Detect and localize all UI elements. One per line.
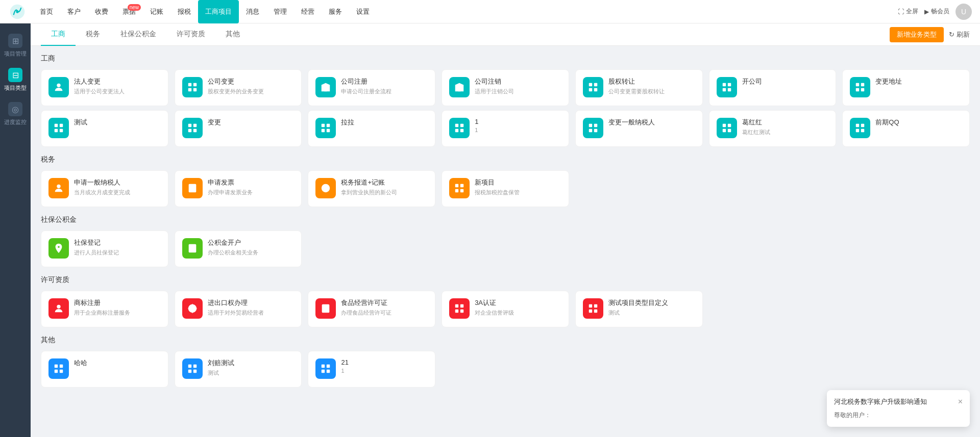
card-gehonghong[interactable]: 葛红红 葛红红测试 (709, 110, 837, 147)
nav-project[interactable]: 工商项目 (198, 0, 239, 23)
card-xin-xiangmu[interactable]: 新项目 报税加税控盘保管 (442, 170, 569, 207)
card-shebao-dengji[interactable]: 社保登记 进行人员社保登记 (41, 230, 168, 267)
card-shenqing-yiban[interactable]: 申请一般纳税人 当月或次月成变更完成 (41, 170, 168, 207)
card-text-gongsi-zhuxiao: 公司注销 适用于注销公司 (475, 77, 561, 95)
notification-body: 尊敬的用户： (834, 410, 963, 420)
card-text-3a-renzheng: 3A认证 对企业信誉评级 (475, 298, 561, 317)
refresh-button[interactable]: ↻ 刷新 (949, 30, 970, 39)
card-ceshi-xiangmu-leixing[interactable]: 测试项目类型目定义 测试 (575, 291, 703, 327)
card-text-kai-gongsi: 开公司 (742, 77, 829, 88)
svg-rect-73 (589, 310, 592, 313)
vip-btn[interactable]: ▶ 畅会员 (924, 7, 949, 16)
svg-rect-12 (594, 88, 597, 91)
card-lala[interactable]: 拉拉 (308, 110, 435, 147)
svg-rect-32 (327, 129, 330, 132)
card-qianqi-qq[interactable]: 前期QQ (842, 110, 970, 147)
card-gongsi-zhuxiao[interactable]: 公司注销 适用于注销公司 (442, 69, 569, 106)
card-shangbiao-zhuce[interactable]: 商标注册 用于企业商标注册服务 (41, 291, 168, 327)
svg-rect-19 (856, 88, 859, 91)
top-nav: 首页 客户 收费 票据 new 记账 报税 工商项目 消息 管理 经营 服务 设… (0, 0, 980, 23)
nav-account[interactable]: 记账 (143, 0, 170, 23)
sidebar-item-project-type[interactable]: ⊟ 项目类型 (0, 63, 31, 97)
refresh-icon: ↻ (949, 31, 954, 38)
card-gongsi-zhuce[interactable]: 公司注册 申请公司注册全流程 (308, 69, 435, 106)
card-biangeng[interactable]: 变更 (175, 110, 302, 147)
nav-tax[interactable]: 报税 (170, 0, 198, 23)
card-gongjijin-kaihui[interactable]: 公积金开户 办理公积金相关业务 (175, 230, 302, 267)
svg-rect-34 (460, 124, 463, 127)
card-one[interactable]: 1 1 (442, 110, 569, 147)
svg-rect-45 (856, 124, 859, 127)
project-type-icon: ⊟ (8, 68, 22, 82)
nav-business[interactable]: 经营 (294, 0, 322, 23)
nav-service[interactable]: 服务 (322, 0, 349, 23)
svg-rect-18 (861, 83, 864, 86)
card-text-jinchuku-banli: 进出口权办理 适用于对外贸易经营者 (208, 298, 295, 317)
svg-rect-75 (55, 365, 58, 368)
svg-rect-27 (188, 129, 191, 132)
card-icon-ceshi (48, 118, 69, 138)
card-gongsi-biangeng[interactable]: 公司变更 股权变更外的业务变更 (175, 69, 302, 106)
card-shenqing-fapiao[interactable]: 申请发票 办理申请发票业务 (175, 170, 302, 207)
svg-rect-40 (594, 129, 597, 132)
nav-bill[interactable]: 票据 new (115, 0, 143, 23)
card-faren-biangeng[interactable]: 法人变更 适用于公司变更法人 (41, 69, 168, 106)
svg-rect-17 (856, 83, 859, 86)
nav-fee[interactable]: 收费 (88, 0, 115, 23)
new-type-button[interactable]: 新增业务类型 (890, 27, 944, 42)
svg-rect-28 (193, 129, 197, 132)
svg-rect-15 (722, 88, 725, 91)
card-liupei-ceshi[interactable]: 刘赔测试 测试 (175, 351, 302, 388)
avatar[interactable]: U (955, 4, 972, 20)
card-shuiwu-baodao[interactable]: 税务报道+记账 拿到营业执照的新公司 (308, 170, 435, 207)
card-shipin-xuke[interactable]: 食品经营许可证 办理食品经营许可证 (308, 291, 435, 327)
vip-icon: ▶ (924, 8, 929, 15)
card-icon-shangbiao-zhuce (48, 298, 69, 319)
card-guquan-zhuanrang[interactable]: 股权转让 公司变更需要股权转让 (575, 69, 703, 106)
tab-shuiwu[interactable]: 税务 (76, 23, 110, 46)
tab-gongshang[interactable]: 工商 (41, 23, 76, 46)
fullscreen-btn[interactable]: ⛶ 全屏 (898, 7, 918, 16)
svg-rect-39 (589, 129, 592, 132)
tab-xuke[interactable]: 许可资质 (166, 23, 215, 46)
svg-rect-16 (727, 88, 730, 91)
card-biangeng-yiban[interactable]: 变更一般纳税人 (575, 110, 703, 147)
notification-close-button[interactable]: × (958, 397, 963, 406)
svg-rect-38 (594, 124, 597, 127)
svg-rect-48 (861, 129, 864, 132)
sidebar-item-progress-monitor[interactable]: ◎ 进度监控 (0, 97, 31, 131)
tab-shebao[interactable]: 社保公积金 (110, 23, 166, 46)
svg-point-62 (57, 305, 60, 309)
nav-customer[interactable]: 客户 (60, 0, 88, 23)
card-icon-3a-renzheng (449, 298, 470, 319)
svg-rect-42 (727, 124, 730, 127)
project-manage-icon: ⊞ (8, 34, 22, 48)
nav-home[interactable]: 首页 (33, 0, 60, 23)
card-twentyone[interactable]: 21 1 (308, 351, 435, 388)
nav-manage[interactable]: 管理 (266, 0, 294, 23)
card-haha[interactable]: 哈哈 (41, 351, 168, 388)
card-jinchuku-banli[interactable]: 进出口权办理 适用于对外贸易经营者 (175, 291, 302, 327)
nav-settings[interactable]: 设置 (349, 0, 377, 23)
card-icon-lala (315, 118, 336, 138)
sidebar-item-project-manage[interactable]: ⊞ 项目管理 (0, 29, 31, 63)
card-biangeng-dizhi[interactable]: 变更地址 (842, 69, 970, 106)
fullscreen-icon: ⛶ (898, 8, 904, 15)
card-text-faren: 法人变更 适用于公司变更法人 (74, 77, 161, 95)
svg-rect-57 (455, 189, 458, 192)
shuiwu-cards: 申请一般纳税人 当月或次月成变更完成 申请发票 办理申请发票业务 税务报道+ (41, 170, 970, 207)
qita-cards: 哈哈 刘赔测试 测试 21 1 (41, 351, 970, 388)
card-kai-gongsi[interactable]: 开公司 (709, 69, 837, 106)
section-title-xuke: 许可资质 (41, 275, 970, 285)
card-icon-shenqing-fapiao (182, 178, 203, 198)
card-ceshi[interactable]: 测试 (41, 110, 168, 147)
tab-bar: 工商 税务 社保公积金 许可资质 其他 新增业务类型 ↻ 刷新 (31, 23, 980, 46)
svg-rect-8 (458, 88, 461, 91)
tab-qita[interactable]: 其他 (215, 23, 250, 46)
svg-rect-81 (188, 370, 191, 373)
card-text-ceshi: 测试 (74, 118, 161, 128)
card-3a-renzheng[interactable]: 3A认证 对企业信誉评级 (442, 291, 569, 327)
nav-message[interactable]: 消息 (239, 0, 266, 23)
tab-actions: 新增业务类型 ↻ 刷新 (890, 27, 970, 42)
card-icon-qianqi-qq (850, 118, 870, 138)
